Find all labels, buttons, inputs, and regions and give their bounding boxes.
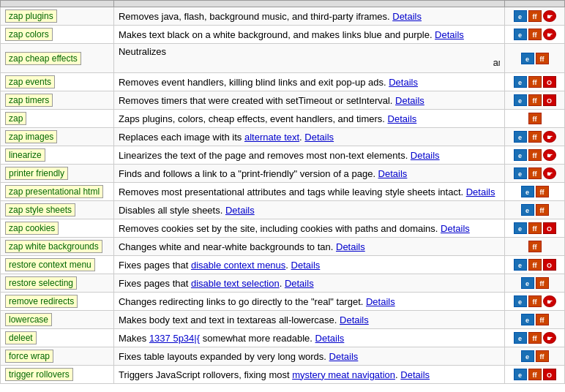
details-link[interactable]: Details (285, 278, 314, 289)
ff-icon: ff (536, 53, 549, 64)
safari-icon: ☛ (543, 131, 556, 143)
details-link[interactable]: Details (225, 205, 255, 216)
details-link[interactable]: Details (435, 29, 464, 40)
ff-icon: ff (536, 314, 549, 325)
table-row: zap cookiesRemoves cookies set by the si… (1, 219, 565, 238)
bookmarklet-cell: restore context menu (1, 256, 114, 274)
ff-icon: ff (536, 186, 549, 197)
bookmarklet-cell: zap colors (1, 26, 114, 44)
description-cell: Linearizes the text of the page and remo… (113, 146, 504, 165)
bookmarklet-link[interactable]: restore context menu (5, 258, 95, 271)
details-link[interactable]: Details (315, 333, 345, 344)
table-row: remove redirectsChanges redirecting link… (1, 293, 565, 311)
bookmarklet-link[interactable]: trigger rollovers (5, 368, 73, 381)
works-in-cell: effO (505, 256, 565, 274)
works-in-cell: eff☛ (505, 293, 565, 311)
bookmarklet-link[interactable]: force wrap (5, 350, 53, 363)
ff-icon: ff (536, 204, 549, 216)
works-in-cell: eff☛ (505, 128, 565, 146)
alternate-text-link[interactable]: alternate text (244, 132, 299, 143)
bookmarklet-cell: lowercase (1, 311, 114, 329)
works-in-cell: eff☛ (505, 329, 565, 347)
table-row: zap timersRemoves timers that were creat… (1, 91, 565, 110)
bookmarklet-cell: zap cookies (1, 219, 114, 238)
table-row: zap colorsMakes text black on a white ba… (1, 26, 565, 44)
header-works-in (505, 1, 565, 7)
bookmarklet-link[interactable]: restore selecting (5, 276, 77, 290)
bookmarklet-link[interactable]: zap presentational html (5, 185, 103, 198)
bookmarklet-table: zap pluginsRemoves java, flash, backgrou… (0, 0, 565, 384)
details-link[interactable]: Details (388, 113, 417, 124)
bookmarklet-cell: remove redirects (1, 293, 114, 311)
works-in-cell: effO (505, 91, 565, 110)
disable-text-selection-link[interactable]: disable text selection (191, 278, 280, 289)
bookmarklet-link[interactable]: printer friendly (5, 167, 68, 180)
ie-icon: e (521, 350, 534, 362)
bookmarklet-link[interactable]: remove redirects (5, 295, 78, 308)
description-cell: Removes most presentational attributes a… (113, 183, 504, 201)
bookmarklet-cell: deleet (1, 329, 114, 347)
works-in-cell: eff (505, 183, 565, 201)
ff-icon: ff (528, 259, 542, 271)
bookmarklet-link[interactable]: lowercase (5, 313, 52, 326)
details-link[interactable]: Details (392, 11, 422, 22)
leet-link[interactable]: 1337 5p34|{ (149, 333, 200, 344)
works-in-cell: effO (505, 366, 565, 384)
details-link[interactable]: Details (291, 260, 321, 271)
bookmarklet-link[interactable]: zap timers (5, 94, 53, 107)
bookmarklet-link[interactable]: zap plugins (5, 10, 57, 23)
safari-icon: ☛ (543, 167, 556, 179)
ff-icon: ff (528, 241, 542, 252)
details-link[interactable]: Details (340, 314, 369, 325)
works-in-cell: eff (505, 347, 565, 366)
bookmarklet-link[interactable]: zap cheap effects (5, 52, 81, 65)
bookmarklet-link[interactable]: zap (5, 112, 26, 125)
bookmarklet-link[interactable]: zap colors (5, 28, 53, 41)
mystery-meat-link[interactable]: mystery meat navigation (292, 369, 395, 380)
description-cell: Removes event handlers, killing blind li… (113, 73, 504, 91)
table-row: zap cheap effectsNeutralizes and . Detai… (1, 44, 565, 73)
bookmarklet-link[interactable]: zap white backgrounds (5, 240, 102, 253)
details-link[interactable]: Details (441, 223, 470, 234)
bookmarklet-link[interactable]: zap cookies (5, 222, 59, 235)
details-link[interactable]: Details (378, 168, 408, 179)
disable-context-menus-link[interactable]: disable context menus (191, 260, 285, 271)
ie-icon: e (514, 222, 527, 234)
bookmarklet-cell: restore selecting (1, 274, 114, 293)
bookmarklet-link[interactable]: zap events (5, 75, 55, 88)
details-link[interactable]: Details (389, 77, 418, 88)
bookmarklet-cell: zap cheap effects (1, 44, 114, 73)
table-row: trigger rolloversTriggers JavaScript rol… (1, 366, 565, 384)
bookmarklet-link[interactable]: linearize (5, 148, 45, 162)
bookmarklet-link[interactable]: deleet (5, 331, 37, 344)
table-row: zap imagesReplaces each image with its a… (1, 128, 565, 146)
bookmarklet-cell: linearize (1, 146, 114, 165)
description-cell: Finds and follows a link to a "print-fri… (113, 165, 504, 183)
details-link[interactable]: Details (411, 150, 440, 161)
description-cell: Fixes table layouts expanded by very lon… (113, 347, 504, 366)
ie-icon: e (514, 149, 527, 161)
table-row: zapZaps plugins, colors, cheap effects, … (1, 110, 565, 128)
works-in-cell: eff☛ (505, 146, 565, 165)
details-link[interactable]: Details (466, 186, 495, 197)
ie-icon: e (521, 314, 534, 325)
ie-icon: e (514, 131, 527, 143)
bookmarklet-cell: zap (1, 110, 114, 128)
details-link[interactable]: Details (395, 95, 424, 106)
details-link[interactable]: Details (304, 132, 334, 143)
works-in-cell: effO (505, 219, 565, 238)
opera-icon: O (543, 222, 556, 234)
ie-icon: e (514, 76, 527, 88)
details-link[interactable]: Details (329, 351, 359, 362)
table-row: deleetMakes 1337 5p34|{ somewhat more re… (1, 329, 565, 347)
description-cell: Makes 1337 5p34|{ somewhat more readable… (113, 329, 504, 347)
ie-icon: e (521, 204, 534, 216)
details-link[interactable]: Details (336, 241, 365, 252)
bookmarklet-link[interactable]: zap style sheets (5, 203, 75, 216)
details-link[interactable]: Details (400, 369, 430, 380)
bookmarklet-link[interactable]: zap images (5, 130, 57, 143)
table-row: restore selectingFixes pages that disabl… (1, 274, 565, 293)
ie-icon: e (514, 10, 527, 22)
details-link[interactable]: Details (366, 296, 395, 307)
ff-icon: ff (528, 295, 542, 307)
